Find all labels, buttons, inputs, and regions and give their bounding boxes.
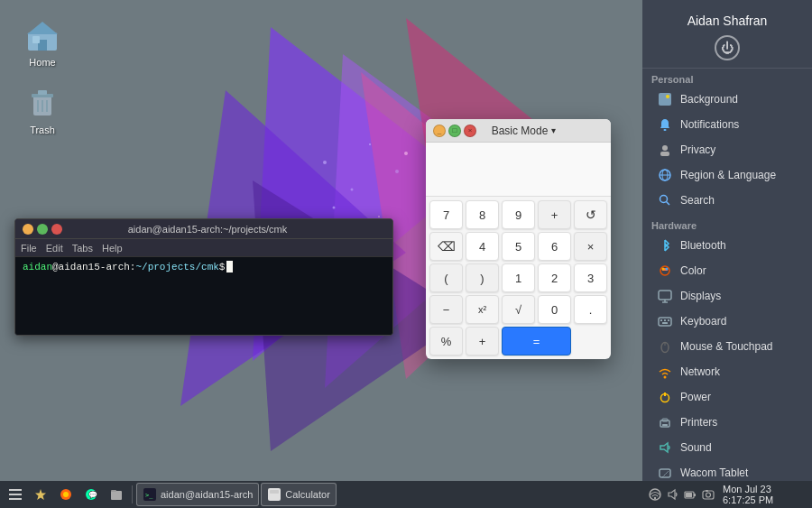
calc-btn-1[interactable]: 1 [502, 263, 535, 292]
settings-item-search[interactable]: Search [651, 188, 803, 213]
settings-item-region[interactable]: Region & Language [651, 162, 803, 188]
calc-btn-4[interactable]: 4 [466, 232, 499, 261]
taskbar: 💬 >_ aidan@aidan15-arch Calculator [0, 481, 642, 508]
privacy-icon [657, 142, 673, 158]
privacy-label: Privacy [680, 143, 715, 156]
calculator-title: Basic Mode ▾ [492, 125, 557, 137]
desktop: Home Trash _ □ × aidan@aidan15-arch:~/pr… [0, 0, 812, 508]
terminal-menu-tabs[interactable]: Tabs [72, 243, 93, 254]
svg-marker-72 [669, 490, 675, 499]
settings-username: Aidan Shafran [687, 14, 768, 28]
svg-rect-76 [703, 491, 714, 499]
taskbar-launcher-chat[interactable]: 💬 [79, 483, 103, 506]
tray-network-icon[interactable] [648, 485, 662, 503]
printers-label: Printers [680, 416, 717, 429]
settings-item-color[interactable]: Color [651, 258, 803, 283]
calc-btn-square[interactable]: x² [466, 295, 499, 324]
terminal-body[interactable]: aidan @aidan15-arch: ~/projects/cmk $ [15, 257, 392, 335]
svg-point-6 [323, 161, 327, 164]
power-button[interactable]: ⏻ [715, 35, 740, 60]
keyboard-icon [657, 313, 673, 329]
calc-btn-7[interactable]: 7 [429, 200, 463, 229]
settings-item-displays[interactable]: Displays [651, 283, 803, 309]
desktop-icon-home[interactable]: Home [11, 14, 74, 71]
terminal-menu-file[interactable]: File [21, 243, 37, 254]
calc-btn-multiply[interactable]: × [574, 232, 607, 261]
svg-rect-37 [659, 291, 671, 300]
color-label: Color [680, 264, 706, 277]
settings-item-mouse[interactable]: Mouse & Touchpad [651, 334, 803, 359]
taskbar-app-terminal[interactable]: >_ aidan@aidan15-arch [136, 483, 259, 506]
desktop-icon-trash[interactable]: Trash [11, 81, 74, 139]
svg-rect-78 [706, 490, 708, 492]
calc-btn-6[interactable]: 6 [538, 232, 571, 261]
settings-item-sound[interactable]: Sound [651, 435, 803, 460]
calc-btn-2[interactable]: 2 [538, 263, 571, 292]
calc-btn-percent[interactable]: % [429, 327, 463, 356]
settings-item-bluetooth[interactable]: Bluetooth [651, 233, 803, 258]
terminal-titlebar: _ □ × aidan@aidan15-arch:~/projects/cmk [15, 219, 392, 239]
settings-item-keyboard[interactable]: Keyboard [651, 309, 803, 334]
taskbar-launcher-firefox[interactable] [54, 483, 78, 506]
taskbar-launcher-files[interactable] [105, 483, 128, 506]
taskbar-launcher-menu[interactable] [4, 483, 27, 506]
svg-point-7 [351, 189, 354, 191]
svg-rect-52 [662, 424, 668, 426]
calc-btn-plus[interactable]: + [538, 200, 571, 229]
taskbar-calculator-icon [267, 487, 281, 502]
terminal-close-btn[interactable]: × [51, 224, 62, 235]
terminal-title: aidan@aidan15-arch:~/projects/cmk [62, 224, 353, 235]
calc-btn-backspace[interactable]: ⌫ [429, 232, 463, 261]
calc-minimize-btn[interactable]: _ [433, 125, 446, 137]
taskbar-launcher-star[interactable] [29, 483, 52, 506]
calc-btn-equals[interactable]: = [502, 327, 571, 356]
sound-label: Sound [680, 441, 712, 454]
calc-btn-minus[interactable]: − [429, 295, 463, 324]
mouse-icon [657, 338, 673, 355]
settings-item-power[interactable]: Power [651, 384, 803, 410]
calc-btn-plus2[interactable]: + [466, 327, 499, 356]
calc-btn-9[interactable]: 9 [502, 200, 535, 229]
svg-rect-74 [694, 494, 696, 496]
calc-btn-5[interactable]: 5 [502, 232, 535, 261]
tray-battery-icon[interactable] [684, 485, 698, 503]
tray-sound-icon[interactable] [666, 485, 680, 503]
svg-rect-44 [662, 322, 668, 324]
background-icon [657, 91, 673, 107]
svg-rect-17 [32, 36, 40, 43]
svg-rect-42 [664, 319, 666, 321]
svg-text:>_: >_ [145, 492, 153, 499]
tray-camera-icon[interactable] [701, 485, 715, 503]
calc-btn-0[interactable]: 0 [538, 295, 571, 324]
calc-btn-close-paren[interactable]: ) [466, 263, 499, 292]
terminal-minimize-btn[interactable]: _ [23, 224, 33, 235]
calc-btn-undo[interactable]: ↺ [574, 200, 607, 229]
terminal-menu-help[interactable]: Help [102, 243, 123, 254]
calc-maximize-btn[interactable]: □ [448, 125, 461, 137]
terminal-menu-edit[interactable]: Edit [46, 243, 63, 254]
search-icon [657, 192, 673, 208]
terminal-maximize-btn[interactable]: □ [37, 224, 48, 235]
calc-btn-8[interactable]: 8 [466, 200, 499, 229]
svg-line-33 [667, 202, 670, 206]
trash-label: Trash [30, 125, 55, 135]
calc-btn-sqrt[interactable]: √ [502, 295, 535, 324]
calc-btn-decimal[interactable]: . [574, 295, 607, 324]
color-icon [657, 263, 673, 279]
svg-rect-20 [38, 90, 47, 95]
mouse-label: Mouse & Touchpad [680, 340, 773, 353]
svg-marker-15 [27, 22, 58, 34]
calc-btn-open-paren[interactable]: ( [429, 263, 463, 292]
settings-item-notifications[interactable]: Notifications [651, 112, 803, 137]
terminal-window: _ □ × aidan@aidan15-arch:~/projects/cmk … [14, 218, 393, 336]
prompt-user: aidan [23, 262, 52, 272]
taskbar-app-calculator[interactable]: Calculator [261, 483, 337, 506]
svg-point-27 [662, 145, 668, 151]
search-label: Search [680, 194, 715, 207]
settings-item-background[interactable]: Background [651, 87, 803, 112]
settings-item-privacy[interactable]: Privacy [651, 137, 803, 162]
settings-item-printers[interactable]: Printers [651, 410, 803, 435]
calc-btn-3[interactable]: 3 [574, 263, 607, 292]
calc-close-btn[interactable]: × [464, 125, 476, 137]
settings-item-network[interactable]: Network [651, 359, 803, 384]
